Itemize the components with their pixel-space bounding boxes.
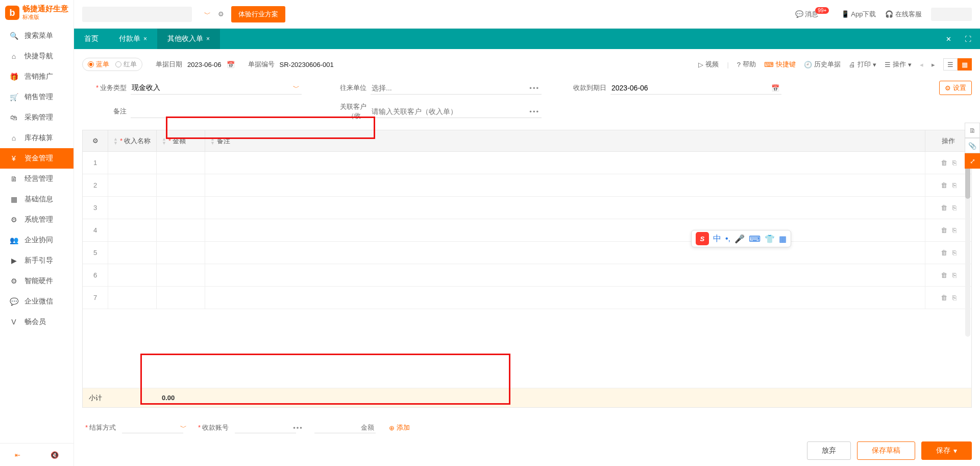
remark-input[interactable]: [131, 105, 302, 118]
table-row[interactable]: 5🗑⎘: [83, 242, 971, 264]
table-row[interactable]: 3🗑⎘: [83, 197, 971, 219]
sidebar-item-8[interactable]: ▦基础信息: [0, 189, 74, 209]
biz-type-input[interactable]: [131, 82, 302, 95]
table-row[interactable]: 1🗑⎘: [83, 152, 971, 174]
sidebar-item-13[interactable]: 💬企业微信: [0, 291, 74, 312]
chevron-down-icon[interactable]: ﹀: [204, 10, 211, 19]
sidebar-item-10[interactable]: 👥企业协同: [0, 230, 74, 250]
ime-toolbar[interactable]: S 中 •, 🎤 ⌨ 👕 ▦: [691, 230, 791, 247]
sidebar-item-4[interactable]: 🛍采购管理: [0, 107, 74, 128]
copy-icon[interactable]: ⎘: [952, 294, 957, 301]
radio-red-bill[interactable]: 红单: [115, 60, 137, 69]
th-amount[interactable]: ▲▼金额: [157, 130, 205, 151]
sidebar-item-11[interactable]: ▶新手引导: [0, 250, 74, 271]
table-row[interactable]: 7🗑⎘: [83, 287, 971, 309]
more-icon[interactable]: •••: [529, 108, 540, 115]
tab-close-icon[interactable]: ✕: [941, 32, 955, 46]
table-row[interactable]: 2🗑⎘: [83, 174, 971, 197]
collapse-icon[interactable]: ⇤: [15, 451, 20, 459]
th-income-name[interactable]: ▲▼收入名称: [108, 130, 157, 151]
scrollbar[interactable]: [965, 153, 970, 337]
due-date-input[interactable]: [610, 82, 781, 95]
calendar-icon[interactable]: 📅: [227, 61, 235, 68]
ime-keyboard-icon[interactable]: ⌨: [749, 234, 761, 244]
ime-skin-icon[interactable]: 👕: [765, 234, 775, 244]
sidebar-item-12[interactable]: ⚙智能硬件: [0, 271, 74, 291]
dock-note-icon[interactable]: 🗎: [965, 123, 980, 138]
delete-icon[interactable]: 🗑: [941, 249, 947, 257]
delete-icon[interactable]: 🗑: [941, 159, 947, 167]
fullscreen-icon[interactable]: ⛶: [961, 32, 975, 46]
save-button[interactable]: 保存 ▾: [921, 441, 972, 460]
th-settings[interactable]: ⚙: [83, 130, 108, 151]
prev-icon[interactable]: ◂: [920, 61, 923, 68]
sidebar-item-14[interactable]: V畅会员: [0, 312, 74, 332]
settle-method-input[interactable]: [122, 422, 183, 433]
sidebar-item-7[interactable]: 🗎经营管理: [0, 169, 74, 189]
org-selector[interactable]: [82, 7, 192, 22]
sidebar-item-6[interactable]: ¥资金管理: [0, 148, 74, 169]
add-settlement-button[interactable]: ⊕ 添加: [389, 423, 410, 432]
print-link[interactable]: 🖨 打印 ▾: [849, 60, 876, 69]
copy-icon[interactable]: ⎘: [952, 159, 957, 167]
copy-icon[interactable]: ⎘: [952, 249, 957, 257]
online-service-link[interactable]: 🎧 在线客服: [885, 10, 922, 19]
sidebar-item-5[interactable]: ⌂库存核算: [0, 128, 74, 148]
view-card-icon[interactable]: ▦: [958, 58, 972, 71]
calendar-icon[interactable]: 📅: [771, 84, 779, 92]
ime-mic-icon[interactable]: 🎤: [734, 234, 745, 244]
settle-account-input[interactable]: [235, 422, 296, 433]
next-icon[interactable]: ▸: [932, 61, 935, 68]
copy-icon[interactable]: ⎘: [952, 226, 957, 234]
save-draft-button[interactable]: 保存草稿: [857, 441, 915, 460]
dock-attach-icon[interactable]: 📎: [965, 138, 980, 153]
video-link[interactable]: ▷ 视频: [698, 60, 719, 69]
delete-icon[interactable]: 🗑: [941, 294, 947, 301]
ime-lang[interactable]: 中: [713, 234, 721, 244]
history-link[interactable]: 🕘 历史单据: [804, 60, 841, 69]
operate-link[interactable]: ☰ 操作 ▾: [885, 60, 912, 69]
more-icon[interactable]: •••: [293, 424, 303, 432]
delete-icon[interactable]: 🗑: [941, 226, 947, 234]
sidebar-item-2[interactable]: 🎁营销推广: [0, 66, 74, 87]
settings-button[interactable]: ⚙ 设置: [939, 81, 972, 95]
delete-icon[interactable]: 🗑: [941, 204, 947, 212]
date-value[interactable]: 2023-06-06: [187, 61, 222, 68]
close-icon[interactable]: ×: [206, 35, 210, 42]
delete-icon[interactable]: 🗑: [941, 271, 947, 279]
sidebar-item-0[interactable]: 🔍搜索菜单: [0, 26, 74, 46]
tab-2[interactable]: 其他收入单×: [157, 29, 220, 49]
sidebar-item-3[interactable]: 🛒销售管理: [0, 87, 74, 107]
tab-1[interactable]: 付款单×: [109, 29, 157, 49]
sidebar-item-1[interactable]: ⌂快捷导航: [0, 46, 74, 66]
related-input[interactable]: [371, 105, 542, 118]
view-list-icon[interactable]: ☰: [943, 58, 958, 71]
copy-icon[interactable]: ⎘: [952, 181, 957, 189]
ime-toolbox-icon[interactable]: ▦: [779, 234, 787, 244]
tab-0[interactable]: 首页: [74, 29, 109, 49]
table-row[interactable]: 6🗑⎘: [83, 264, 971, 287]
table-row[interactable]: 4🗑⎘: [83, 219, 971, 242]
trial-button[interactable]: 体验行业方案: [231, 6, 285, 22]
gear-icon[interactable]: ⚙: [218, 10, 224, 18]
help-link[interactable]: ? 帮助: [737, 60, 756, 69]
settle-amount-input[interactable]: [314, 422, 376, 433]
delete-icon[interactable]: 🗑: [941, 181, 947, 189]
ime-punct-icon[interactable]: •,: [725, 234, 730, 243]
close-icon[interactable]: ×: [143, 35, 147, 42]
more-icon[interactable]: •••: [529, 84, 540, 92]
discard-button[interactable]: 放弃: [807, 441, 851, 460]
avatar[interactable]: [931, 8, 972, 21]
dock-expand-icon[interactable]: ⤢: [965, 153, 980, 169]
chevron-down-icon[interactable]: ﹀: [180, 423, 187, 432]
th-remark[interactable]: ▲▼备注: [205, 130, 925, 151]
copy-icon[interactable]: ⎘: [952, 204, 957, 212]
partner-input[interactable]: [371, 82, 542, 95]
chevron-down-icon[interactable]: ﹀: [293, 83, 300, 92]
app-download-link[interactable]: 📱 App下载: [841, 10, 876, 19]
sound-icon[interactable]: 🔇: [51, 451, 59, 459]
shortcut-link[interactable]: ⌨ 快捷键: [764, 60, 796, 69]
messages-link[interactable]: 💬 消息99+: [795, 10, 832, 19]
sidebar-item-9[interactable]: ⚙系统管理: [0, 209, 74, 230]
copy-icon[interactable]: ⎘: [952, 271, 957, 279]
